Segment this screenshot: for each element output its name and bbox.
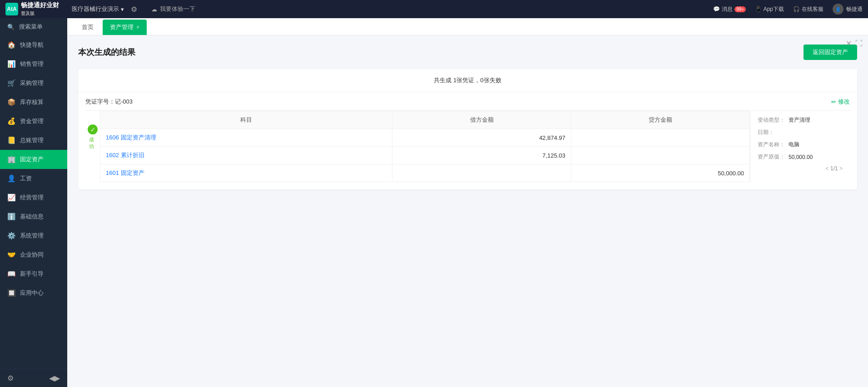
row3-debit: [392, 164, 571, 182]
sidebar-item-label: 固定资产: [20, 155, 44, 164]
close-panel-button[interactable]: ✕: [846, 39, 852, 48]
search-icon: 🔍: [7, 24, 15, 30]
col-header-subject: 科目: [100, 111, 392, 129]
asset-name-row: 资产名称： 电脑: [758, 141, 843, 149]
voucher-header: 凭证字号：记-003 ✏ 修改: [85, 92, 850, 111]
tab-asset-mgmt[interactable]: 资产管理 ×: [103, 20, 147, 35]
sidebar-item-label: 新手引导: [20, 270, 44, 278]
row2-subject: 1602 累计折旧: [100, 147, 392, 164]
panel-controls: ✕ ⛶: [846, 39, 863, 48]
user-area[interactable]: 👤 畅捷通: [833, 4, 863, 15]
row1-credit: [571, 129, 749, 147]
change-type-label: 变动类型：: [758, 116, 785, 124]
company-selector[interactable]: 医疗器械行业演示 ▾: [72, 5, 124, 13]
col-header-credit: 贷方金额: [571, 111, 749, 129]
voucher-content: ✓ 成功 科目 借方金额 贷方金额: [85, 111, 850, 182]
sidebar-item-app-center[interactable]: 🔲 应用中心: [0, 283, 67, 303]
sidebar-item-fixed-assets[interactable]: 🏢 固定资产: [0, 150, 67, 169]
sidebar-item-inventory[interactable]: 📦 库存核算: [0, 93, 67, 112]
home-icon: 🏠: [7, 41, 15, 49]
original-value-value: 50,000.00: [789, 154, 813, 160]
cloud-icon: ☁: [151, 6, 157, 13]
sidebar-item-search[interactable]: 🔍 搜索菜单: [0, 18, 67, 35]
sidebar-item-quick-nav[interactable]: 🏠 快捷导航: [0, 35, 67, 55]
purchase-icon: 🛒: [7, 79, 15, 87]
row1-subject: 1606 固定资产清理: [100, 129, 392, 147]
date-label: 日期：: [758, 129, 774, 136]
sidebar-item-purchase[interactable]: 🛒 采购管理: [0, 74, 67, 93]
result-summary: 共生成 1张凭证，0张失败: [78, 69, 857, 92]
support-icon: 🎧: [793, 6, 800, 12]
sidebar-item-funds[interactable]: 💰 资金管理: [0, 112, 67, 131]
tab-bar: 首页 资产管理 ×: [67, 18, 868, 35]
tab-home[interactable]: 首页: [74, 20, 101, 35]
sidebar-item-label: 采购管理: [20, 79, 44, 87]
table-row: 1601 固定资产 50,000.00: [100, 164, 750, 182]
messages-button[interactable]: 💬 消息 99+: [713, 5, 745, 13]
logo-icon: AtA: [5, 3, 18, 15]
date-row: 日期：: [758, 129, 843, 136]
sidebar-item-label: 基础信息: [20, 213, 44, 221]
experience-button[interactable]: ☁ 我要体验一下: [151, 5, 195, 13]
next-page-button[interactable]: >: [839, 165, 843, 172]
sidebar-collapse-icon[interactable]: ◀▶: [49, 374, 60, 382]
success-circle-icon: ✓: [88, 124, 98, 134]
sidebar-item-enterprise[interactable]: 🤝 企业协同: [0, 245, 67, 264]
settings-icon[interactable]: ⚙: [128, 3, 140, 15]
company-name: 医疗器械行业演示: [72, 5, 119, 13]
summary-text: 共生成 1张凭证，0张失败: [434, 77, 501, 84]
sidebar-item-sales[interactable]: 📊 销售管理: [0, 55, 67, 74]
sidebar-item-basic-info[interactable]: ℹ️ 基础信息: [0, 207, 67, 226]
app-name: 畅捷通好业财: [21, 1, 59, 10]
prev-page-button[interactable]: <: [826, 165, 829, 172]
sidebar-item-system[interactable]: ⚙️ 系统管理: [0, 226, 67, 245]
tab-home-label: 首页: [82, 23, 94, 31]
online-support-button[interactable]: 🎧 在线客服: [793, 5, 823, 13]
sidebar: 🔍 搜索菜单 🏠 快捷导航 📊 销售管理 🛒 采购管理 📦 库存核算 💰 资金管…: [0, 18, 67, 387]
change-type-value: 资产清理: [789, 116, 810, 124]
sidebar-settings-icon[interactable]: ⚙: [7, 374, 14, 382]
edit-button[interactable]: ✏ 修改: [831, 98, 850, 106]
original-value-label: 资产原值：: [758, 153, 785, 161]
experience-text: 我要体验一下: [160, 5, 195, 13]
row3-subject: 1601 固定资产: [100, 164, 392, 182]
basic-info-icon: ℹ️: [7, 213, 15, 221]
fixed-assets-icon: 🏢: [7, 155, 15, 164]
app-subtitle: 普及版: [21, 10, 59, 17]
asset-name-value: 电脑: [789, 141, 799, 149]
logo-area: AtA 畅捷通好业财 普及版: [5, 1, 59, 17]
original-value-row: 资产原值： 50,000.00: [758, 153, 843, 161]
sidebar-item-operations[interactable]: 📈 经营管理: [0, 188, 67, 207]
chevron-down-icon: ▾: [121, 6, 124, 13]
sidebar-item-label: 资金管理: [20, 117, 44, 125]
sidebar-item-guide[interactable]: 📖 新手引导: [0, 264, 67, 283]
app-download-button[interactable]: 📱 App下载: [755, 5, 784, 13]
tab-close-icon[interactable]: ×: [136, 24, 139, 30]
sidebar-item-label: 销售管理: [20, 60, 44, 68]
sidebar-item-ledger[interactable]: 📒 总账管理: [0, 131, 67, 150]
messages-label: 消息: [722, 5, 733, 13]
sales-icon: 📊: [7, 60, 15, 68]
header-left: AtA 畅捷通好业财 普及版 医疗器械行业演示 ▾ ⚙ ☁ 我要体验一下: [5, 1, 195, 17]
sidebar-item-label: 库存核算: [20, 98, 44, 106]
asset-name-label: 资产名称：: [758, 141, 785, 149]
app-body: 🔍 搜索菜单 🏠 快捷导航 📊 销售管理 🛒 采购管理 📦 库存核算 💰 资金管…: [0, 18, 868, 387]
pagination-text: 1/1: [830, 165, 839, 172]
row3-credit: 50,000.00: [571, 164, 749, 182]
enterprise-icon: 🤝: [7, 251, 15, 259]
voucher-table: 科目 借方金额 贷方金额 1606 固定资产清理 42,874.: [100, 111, 750, 182]
sidebar-item-label: 工资: [20, 174, 32, 183]
sidebar-item-label: 总账管理: [20, 136, 44, 144]
sidebar-item-payroll[interactable]: 👤 工资: [0, 169, 67, 188]
app-center-icon: 🔲: [7, 289, 15, 297]
edit-label: 修改: [838, 98, 850, 106]
success-label: 成功: [89, 136, 96, 150]
sidebar-item-label: 搜索菜单: [19, 23, 43, 31]
top-header: AtA 畅捷通好业财 普及版 医疗器械行业演示 ▾ ⚙ ☁ 我要体验一下 💬 消…: [0, 0, 868, 18]
expand-panel-button[interactable]: ⛶: [855, 39, 863, 48]
tab-asset-mgmt-label: 资产管理: [110, 23, 134, 31]
logo-text-area: 畅捷通好业财 普及版: [21, 1, 59, 17]
sidebar-item-label: 企业协同: [20, 251, 44, 259]
payroll-icon: 👤: [7, 174, 15, 183]
row2-credit: [571, 147, 749, 164]
